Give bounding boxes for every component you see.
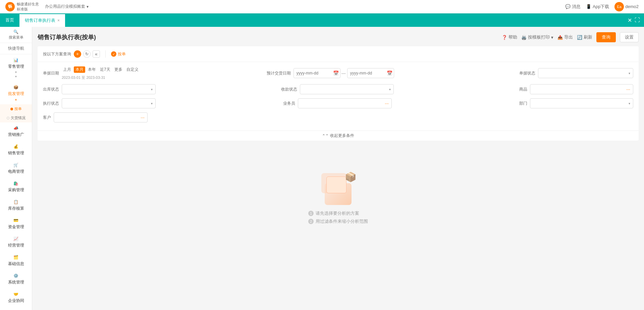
shipment-status-field: 出库状态 ▾	[43, 84, 156, 94]
date-tab-more[interactable]: 更多	[113, 66, 124, 73]
message-icon: 💬	[565, 4, 571, 9]
product-input[interactable]: ···	[530, 84, 633, 94]
settings-button[interactable]: 设置	[620, 32, 639, 42]
sidebar-sub-item-欠货情况[interactable]: 欠货情况	[0, 113, 32, 122]
export-icon: 📤	[557, 35, 563, 40]
date-tabs: 上月 本月 本年 近7天 更多 自定义	[62, 66, 140, 73]
date-tab-custom[interactable]: 自定义	[125, 66, 140, 73]
app-download-button[interactable]: 📱 App下载	[586, 4, 609, 10]
top-bar: 畅 畅捷通好生意 标准版 办公用品行业模拟账套 ▾ 💬 消息 📱 App下载	[0, 0, 644, 13]
empty-illustration: 📦	[320, 171, 357, 205]
sidebar-item-wholesale[interactable]: 📦 批发管理 ▲	[0, 82, 32, 104]
top-bar-right: 💬 消息 📱 App下载 Ea demo2	[565, 2, 639, 11]
logo-area: 畅 畅捷通好生意 标准版	[5, 2, 39, 11]
chevron-down-icon5: ▾	[629, 102, 630, 105]
avatar: Ea	[614, 2, 624, 11]
date-tab-7days[interactable]: 近7天	[99, 66, 112, 73]
chevron-down-icon3: ▾	[389, 88, 391, 91]
dept-field: 部门 ▾	[519, 98, 633, 108]
chevron-down-icon: ▾	[629, 71, 630, 75]
page-content: 销售订单执行表(按单) ❓ 帮助 🖨️ 按模板打印 ▾ 📤 导出	[32, 27, 644, 310]
filter-row-4: 客户 ···	[43, 112, 633, 122]
order-status-select[interactable]: ▾	[538, 68, 633, 78]
order-status-field: 单据状态 ▾	[519, 68, 633, 78]
shipment-status-select[interactable]: ▾	[62, 84, 156, 94]
sidebar-item-purchase[interactable]: 🛍️ 采购管理	[0, 178, 32, 196]
scheme-section: 按以下方案查询 ＋ ↻ «	[43, 50, 106, 58]
help-icon: ❓	[502, 35, 507, 40]
close-window-icon[interactable]: ✕	[628, 17, 632, 23]
tab-bar-actions: ✕ ⛶	[628, 17, 644, 23]
customer-input[interactable]: ···	[54, 112, 148, 122]
tab-home[interactable]: 首页	[0, 13, 19, 27]
customer-field: 客户 ···	[43, 112, 148, 122]
print-button[interactable]: 🖨️ 按模板打印 ▾	[521, 34, 553, 40]
refresh-scheme-button[interactable]: ↻	[83, 50, 91, 58]
date-tab-this-month[interactable]: 本月	[74, 66, 85, 73]
page-header: 销售订单执行表(按单) ❓ 帮助 🖨️ 按模板打印 ▾ 📤 导出	[38, 32, 639, 42]
industry-selector[interactable]: 办公用品行业模拟账套 ▾	[45, 4, 89, 9]
dept-select[interactable]: ▾	[530, 98, 633, 108]
more-icon2[interactable]: ···	[385, 101, 389, 106]
empty-text: 1 请先选择要分析的方案 2 用过滤条件来缩小分析范围	[308, 210, 368, 224]
refresh-icon: 🔄	[577, 35, 582, 40]
product-field: 商品 ···	[519, 84, 633, 94]
expected-date-field: 预计交货日期 📅 — 📅	[267, 68, 392, 78]
sidebar-sub-item-按单[interactable]: 按单	[0, 104, 32, 113]
sidebar-item-inventory[interactable]: 📋 库存核算	[0, 196, 32, 215]
help-button[interactable]: ❓ 帮助	[502, 34, 517, 40]
sidebar-item-operations[interactable]: 📈 经营管理	[0, 233, 32, 252]
empty-line-2: 2 用过滤条件来缩小分析范围	[308, 218, 368, 224]
query-button[interactable]: 查询	[596, 32, 616, 42]
expected-date-range: 📅 — 📅	[293, 68, 392, 78]
search-icon: 🔍	[13, 30, 18, 34]
sidebar-item-finance[interactable]: 💳 资金管理	[0, 215, 32, 233]
logo-text: 畅捷通好生意 标准版	[17, 2, 39, 11]
exec-status-select[interactable]: ▾	[62, 98, 156, 108]
date-field: 单据日期 上月 本月 本年 近7天 更多 自定义 20	[43, 66, 140, 80]
empty-line-1: 1 请先选择要分析的方案	[308, 210, 368, 216]
user-menu[interactable]: Ea demo2	[614, 2, 639, 11]
exec-status-field: 执行状态 ▾	[43, 98, 156, 108]
sidebar-item-newbie[interactable]: 🎯 新手引导	[0, 307, 32, 310]
filter-row-2: 出库状态 ▾ 收款状态 ▾	[43, 84, 633, 94]
print-dropdown-icon: ▾	[551, 35, 553, 40]
salesperson-input[interactable]: ···	[298, 98, 392, 108]
sidebar-item-cooperation[interactable]: 🤝 企业协同	[0, 289, 32, 307]
page-title: 销售订单执行表(按单)	[38, 33, 96, 41]
collapse-scheme-button[interactable]: «	[93, 50, 100, 58]
maximize-icon[interactable]: ⛶	[635, 17, 640, 23]
export-button[interactable]: 📤 导出	[557, 34, 573, 40]
sidebar-item-sales[interactable]: 💰 销售管理	[0, 141, 32, 159]
date-calendar-icon: 📅	[333, 70, 339, 76]
refresh-button[interactable]: 🔄 刷新	[577, 34, 592, 40]
date-tab-this-year[interactable]: 本年	[87, 66, 97, 73]
active-scheme: ✓ 按单	[111, 51, 126, 57]
payment-status-field: 收款状态 ▾	[281, 84, 394, 94]
sidebar: 🔍 搜索菜单 快捷导航 📊 零售管理 ▼ 📦 批发管理 ▲	[0, 27, 32, 310]
date-picker: 上月 本月 本年 近7天 更多 自定义 2023-03-01 至 2023-03…	[62, 66, 140, 80]
phone-icon: 📱	[586, 4, 591, 9]
collapse-bar-inner: ⌃⌃ 收起更多条件	[322, 133, 354, 139]
chevron-down-icon: ▾	[87, 4, 89, 9]
message-button[interactable]: 💬 消息	[565, 4, 581, 10]
sidebar-search[interactable]: 🔍 搜索菜单	[0, 27, 32, 43]
sidebar-item-basic[interactable]: 🗂️ 基础信息	[0, 252, 32, 270]
add-scheme-button[interactable]: ＋	[74, 50, 81, 58]
sidebar-item-retail[interactable]: 📊 零售管理 ▼	[0, 54, 32, 82]
more-icon[interactable]: ···	[626, 87, 630, 92]
payment-status-select[interactable]: ▾	[300, 84, 394, 94]
scheme-actions: ＋ ↻ «	[74, 50, 100, 58]
sidebar-quicknav[interactable]: 快捷导航	[0, 43, 32, 54]
tab-active[interactable]: 销售订单执行表 ×	[19, 13, 65, 27]
collapse-bar[interactable]: ⌃⌃ 收起更多条件	[38, 131, 639, 141]
sidebar-item-system[interactable]: ⚙️ 系统管理	[0, 270, 32, 289]
more-icon3[interactable]: ···	[141, 115, 145, 120]
sidebar-item-ecommerce[interactable]: 🛒 电商管理	[0, 159, 32, 178]
main-content: 🔍 搜索菜单 快捷导航 📊 零售管理 ▼ 📦 批发管理 ▲	[0, 27, 644, 310]
chevron-down-icon2: ▾	[151, 88, 153, 91]
collapse-icon: ⌃⌃	[322, 134, 329, 138]
tab-close-icon[interactable]: ×	[57, 18, 60, 23]
date-tab-last-month[interactable]: 上月	[62, 66, 72, 73]
sidebar-item-marketing[interactable]: 📣 营销推广	[0, 122, 32, 141]
